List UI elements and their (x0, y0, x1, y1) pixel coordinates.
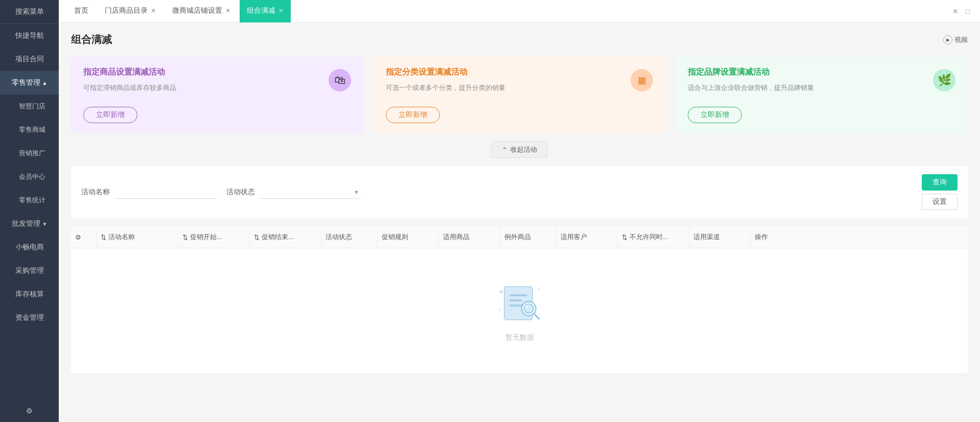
settings-button[interactable]: 设置 (922, 194, 958, 210)
sidebar-item-retail-stats[interactable]: 零售统计 (0, 189, 59, 212)
video-label: 视频 (954, 35, 968, 44)
category-card-add-button[interactable]: 立即新增 (386, 107, 440, 123)
th-no-concurrent[interactable]: ⇅ 不允许同时... (618, 226, 689, 248)
tab-wechat-store[interactable]: 微商城店铺设置 ✕ (165, 0, 238, 22)
sidebar-item-smart-store[interactable]: 智慧门店 (0, 95, 59, 118)
sidebar-item-xiaochangec[interactable]: 小畅电商 (0, 236, 59, 259)
empty-text: 暂无数据 (505, 333, 534, 342)
settings-col-icon: ⚙ (75, 233, 81, 241)
brand-card-add-button[interactable]: 立即新增 (688, 107, 742, 123)
tab-store-catalog-close[interactable]: ✕ (151, 7, 156, 14)
main-area: 首页 门店商品目录 ✕ 微商城店铺设置 ✕ 组合满减 ✕ ✕ □ 组合满减 ▶ … (59, 0, 980, 422)
sidebar-item-member-center[interactable]: 会员中心 (0, 165, 59, 189)
sidebar-search[interactable]: 搜索菜单 (0, 0, 59, 24)
activity-name-input[interactable] (114, 186, 216, 199)
sidebar-item-label: 营销推广 (19, 149, 45, 158)
chevron-up-icon: ⌃ (502, 146, 507, 154)
product-card-desc: 可指定滞销商品或库存较多商品 (83, 83, 351, 99)
category-promo-card: ▦ 指定分类设置满减活动 可选一个或者多个分类，提升分类的销量 立即新增 (374, 57, 666, 133)
product-card-add-button[interactable]: 立即新增 (83, 107, 137, 123)
close-window-button[interactable]: ✕ (951, 7, 960, 15)
window-controls: ✕ □ (951, 7, 972, 15)
sidebar-item-label: 零售商城 (19, 125, 45, 134)
query-button[interactable]: 查询 (922, 174, 958, 191)
activity-status-select[interactable] (259, 186, 361, 199)
empty-icon (494, 279, 545, 325)
tab-store-catalog[interactable]: 门店商品目录 ✕ (98, 0, 163, 22)
maximize-window-button[interactable]: □ (964, 7, 972, 15)
svg-point-7 (525, 305, 528, 308)
filter-row: 活动名称 活动状态 ▼ 查询 设置 (71, 166, 968, 218)
sidebar-item-wholesale-mgmt[interactable]: 批发管理 ▼ (0, 212, 59, 236)
sidebar-item-fund-mgmt[interactable]: 资金管理 (0, 306, 59, 330)
tab-wechat-store-close[interactable]: ✕ (225, 7, 230, 14)
page-header: 组合满减 ▶ 视频 (71, 33, 968, 46)
sidebar-item-quick-nav[interactable]: 快捷导航 (0, 24, 59, 48)
th-applicable-channel: 适用渠道 (689, 226, 751, 248)
activity-status-select-wrapper: ▼ (259, 186, 361, 199)
th-promo-end-label: 促销结束... (262, 232, 294, 242)
svg-point-10 (498, 309, 500, 311)
th-applicable-goods-label: 适用商品 (443, 232, 470, 242)
brand-card-title: 指定品牌设置满减活动 (688, 67, 955, 78)
sidebar-item-project-contract[interactable]: 项目合同 (0, 48, 59, 71)
brand-card-desc: 适合与上游企业联合做营销，提升品牌销量 (688, 83, 955, 99)
svg-rect-2 (509, 299, 522, 301)
th-exception-goods-label: 例外商品 (504, 232, 531, 242)
category-card-title: 指定分类设置满减活动 (386, 67, 654, 78)
th-promo-start[interactable]: ⇅ 促销开始... (178, 226, 250, 248)
page-content: 组合满减 ▶ 视频 🛍 指定商品设置满减活动 可指定滞销商品或库存较多商品 立即… (59, 22, 980, 422)
th-promo-rule-label: 促销规则 (382, 232, 408, 242)
tab-home-label: 首页 (74, 6, 88, 15)
sidebar-item-retail-mall[interactable]: 零售商城 (0, 118, 59, 142)
th-promo-start-label: 促销开始... (190, 232, 222, 242)
sidebar-item-label: 库存核算 (15, 290, 44, 299)
th-activity-name[interactable]: ⇅ 活动名称 (97, 226, 178, 248)
product-card-icon: 🛍 (329, 69, 351, 91)
tab-home[interactable]: 首页 (67, 0, 96, 22)
tab-bar: 首页 门店商品目录 ✕ 微商城店铺设置 ✕ 组合满减 ✕ ✕ □ (59, 0, 980, 22)
svg-rect-1 (509, 294, 527, 296)
collapse-button[interactable]: ⌃ 收起活动 (491, 142, 548, 158)
settings-icon-bottom[interactable]: ⚙ (0, 400, 59, 422)
th-no-concurrent-label: 不允许同时... (629, 232, 668, 242)
tab-combo-discount[interactable]: 组合满减 ✕ (240, 0, 291, 22)
th-activity-name-label: 活动名称 (108, 232, 135, 242)
th-exception-goods: 例外商品 (500, 226, 556, 248)
th-promo-rule: 促销规则 (378, 226, 439, 248)
th-operation-label: 操作 (755, 232, 768, 242)
sidebar-item-label: 批发管理 (12, 219, 40, 228)
sidebar-item-retail-mgmt[interactable]: 零售管理 ▲ (0, 71, 59, 95)
video-link[interactable]: ▶ 视频 (943, 35, 968, 44)
sidebar-item-purchase-mgmt[interactable]: 采购管理 (0, 259, 59, 283)
activity-name-label: 活动名称 (81, 187, 110, 197)
th-promo-end[interactable]: ⇅ 促销结束... (250, 226, 321, 248)
cards-row: 🛍 指定商品设置满减活动 可指定滞销商品或库存较多商品 立即新增 ▦ 指定分类设… (71, 57, 968, 133)
tab-store-catalog-label: 门店商品目录 (105, 6, 148, 15)
th-activity-status-label: 活动状态 (325, 232, 352, 242)
sort-icon: ⇅ (254, 233, 260, 241)
product-promo-card: 🛍 指定商品设置满减活动 可指定滞销商品或库存较多商品 立即新增 (71, 57, 363, 133)
sidebar-item-marketing[interactable]: 营销推广 (0, 142, 59, 165)
th-settings[interactable]: ⚙ (71, 226, 97, 248)
sidebar-item-label: 资金管理 (15, 313, 44, 322)
collapse-bar: ⌃ 收起活动 (71, 142, 968, 158)
th-applicable-customer: 适用客户 (556, 226, 618, 248)
empty-state: 暂无数据 (71, 248, 968, 373)
sidebar-item-inventory-check[interactable]: 库存核算 (0, 283, 59, 306)
table-container: ⚙ ⇅ 活动名称 ⇅ 促销开始... ⇅ 促销结束... 活动状态 (71, 226, 968, 373)
gear-icon: ⚙ (26, 407, 33, 415)
activity-status-filter: 活动状态 ▼ (226, 186, 361, 199)
svg-point-8 (500, 290, 503, 293)
svg-line-6 (534, 314, 539, 319)
th-activity-status: 活动状态 (321, 226, 378, 248)
tab-wechat-store-label: 微商城店铺设置 (172, 6, 222, 15)
play-icon: ▶ (943, 35, 952, 44)
activity-name-filter: 活动名称 (81, 186, 216, 199)
th-operation: 操作 (751, 226, 812, 248)
table-header: ⚙ ⇅ 活动名称 ⇅ 促销开始... ⇅ 促销结束... 活动状态 (71, 226, 968, 248)
th-applicable-customer-label: 适用客户 (561, 232, 587, 242)
tab-combo-discount-close[interactable]: ✕ (278, 7, 284, 14)
chevron-down-icon: ▼ (42, 221, 48, 227)
collapse-label: 收起活动 (510, 145, 537, 154)
